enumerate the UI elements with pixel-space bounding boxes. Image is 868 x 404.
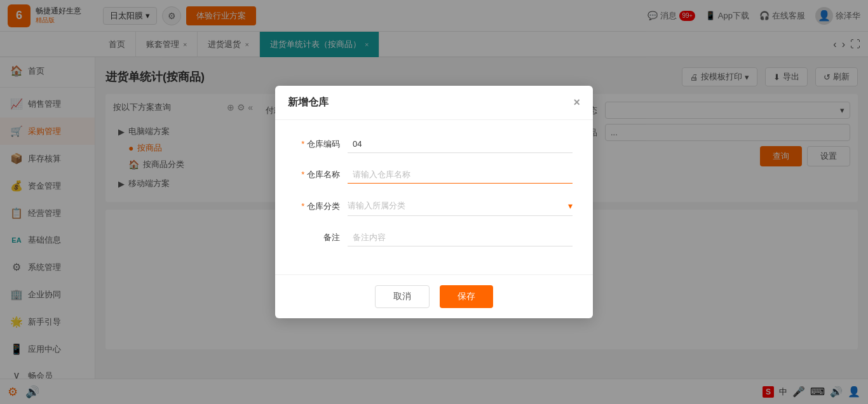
cancel-button[interactable]: 取消 bbox=[375, 285, 430, 308]
note-label: 备注 bbox=[295, 232, 340, 243]
new-warehouse-modal: 新增仓库 × 仓库编码 仓库名称 仓库分类 请输入所属分类 ▾ bbox=[275, 86, 593, 318]
name-label: 仓库名称 bbox=[295, 169, 340, 180]
code-label: 仓库编码 bbox=[295, 138, 340, 150]
modal-body: 仓库编码 仓库名称 仓库分类 请输入所属分类 ▾ 备注 bbox=[275, 120, 593, 274]
note-input[interactable] bbox=[348, 229, 573, 246]
modal-footer: 取消 保存 bbox=[275, 274, 593, 318]
form-row-code: 仓库编码 bbox=[295, 135, 573, 153]
modal-close-button[interactable]: × bbox=[573, 96, 580, 109]
modal-overlay: 新增仓库 × 仓库编码 仓库名称 仓库分类 请输入所属分类 ▾ bbox=[0, 0, 868, 404]
save-button[interactable]: 保存 bbox=[440, 285, 493, 308]
category-select[interactable]: 请输入所属分类 ▾ bbox=[348, 196, 573, 216]
name-input[interactable] bbox=[348, 166, 573, 184]
form-row-category: 仓库分类 请输入所属分类 ▾ bbox=[295, 196, 573, 216]
modal-header: 新增仓库 × bbox=[275, 86, 593, 120]
category-label: 仓库分类 bbox=[295, 201, 340, 212]
code-input[interactable] bbox=[348, 135, 573, 153]
category-arrow-icon: ▾ bbox=[568, 201, 573, 211]
form-row-name: 仓库名称 bbox=[295, 166, 573, 184]
category-placeholder: 请输入所属分类 bbox=[348, 200, 405, 212]
form-row-note: 备注 bbox=[295, 229, 573, 246]
modal-title: 新增仓库 bbox=[288, 96, 329, 109]
